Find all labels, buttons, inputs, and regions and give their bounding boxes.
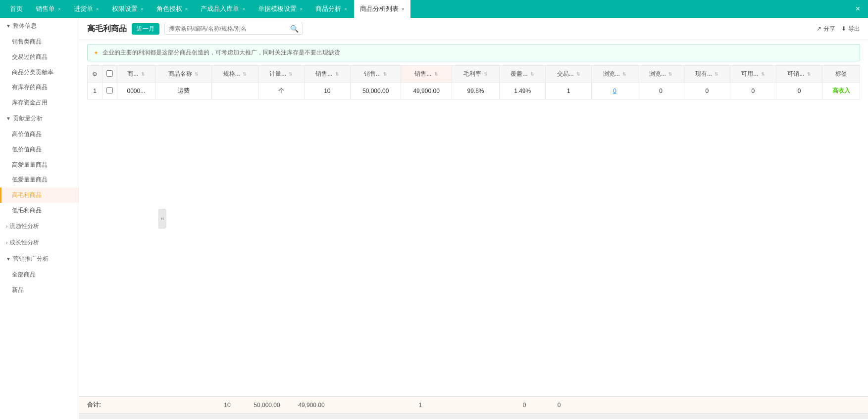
nav-home[interactable]: 首页 (4, 0, 29, 18)
col-sales-qty[interactable]: 销售... ⇅ (304, 66, 350, 83)
close-product-analysis-list[interactable]: × (402, 6, 405, 12)
settings-icon[interactable]: ⚙ (92, 71, 98, 78)
sidebar-item-high-value[interactable]: 高价值商品 (0, 127, 79, 142)
close-product-entry[interactable]: × (242, 6, 245, 12)
col-settings[interactable]: ⚙ (88, 66, 102, 83)
top-navigation: 首页 销售单 × 进货单 × 权限设置 × 角色授权 × 产成品入库单 × 单据… (0, 0, 868, 18)
sidebar-item-inventory-ratio[interactable]: 库存资金占用 (0, 95, 79, 110)
table-footer: 合计: 10 50,000.00 49,900.00 1 0 0 (79, 396, 868, 413)
close-template-settings[interactable]: × (300, 6, 303, 12)
sort-icon-sales-amount: ⇅ (383, 72, 387, 77)
close-sales-order[interactable]: × (58, 6, 61, 12)
sidebar-item-sales-goods[interactable]: 销售类商品 (0, 34, 79, 49)
sort-icon-spec: ⇅ (243, 72, 247, 77)
content-area: ‹‹ 高毛利商品 近一月 🔍 ↗ 分享 ⬇ 导出 ✦ (79, 18, 868, 419)
table-row: 1 0000... 运费 个 10 50,000.00 49,900.00 99… (88, 83, 860, 99)
row-browse1[interactable]: 0 (592, 83, 638, 99)
col-saleable[interactable]: 可销... ⇅ (776, 66, 822, 83)
search-input[interactable] (169, 25, 288, 32)
sort-icon-current-stock: ⇅ (715, 72, 718, 77)
select-all-checkbox[interactable] (106, 70, 113, 77)
arrow-growth: › (6, 240, 7, 245)
sidebar-section-wealth[interactable]: ▼ 贡献量分析 (0, 110, 79, 127)
nav-product-entry[interactable]: 产成品入库单 × (195, 0, 251, 18)
sidebar-item-high-margin[interactable]: 高毛利商品 (0, 187, 79, 203)
nav-permission-settings[interactable]: 权限设置 × (106, 0, 150, 18)
info-icon: ✦ (94, 49, 99, 56)
close-purchase-order[interactable]: × (96, 6, 99, 12)
sidebar-section-trend[interactable]: › 流趋性分析 (0, 218, 79, 234)
export-button[interactable]: ⬇ 导出 (841, 25, 860, 33)
col-unit[interactable]: 计量... ⇅ (258, 66, 304, 83)
col-gross-margin[interactable]: 毛利率 ⇅ (452, 66, 499, 83)
product-table: ⚙ 商... ⇅ 商品名称 ⇅ (87, 65, 860, 99)
col-spec[interactable]: 规格... ⇅ (212, 66, 258, 83)
nav-sales-order[interactable]: 销售单 × (30, 0, 67, 18)
sidebar-item-new-goods[interactable]: 新品 (0, 282, 79, 298)
col-sales-profit[interactable]: 销售... ⇅ (401, 66, 452, 83)
col-code[interactable]: 商... ⇅ (117, 66, 155, 83)
row-index: 1 (88, 83, 102, 99)
close-all-tabs[interactable]: × (852, 4, 864, 13)
share-icon: ↗ (817, 25, 821, 32)
sidebar-item-low-freq[interactable]: 低爱量量商品 (0, 172, 79, 187)
col-trade-count[interactable]: 交易... ⇅ (546, 66, 592, 83)
period-button[interactable]: 近一月 (132, 23, 159, 35)
sort-icon-trade-count: ⇅ (576, 72, 580, 77)
sidebar-item-low-margin[interactable]: 低毛利商品 (0, 203, 79, 218)
sort-icon-coverage: ⇅ (530, 72, 534, 77)
footer-spacer4 (438, 402, 507, 409)
footer-trade-count: 1 (403, 402, 438, 409)
col-coverage[interactable]: 覆盖... ⇅ (500, 66, 546, 83)
sidebar-item-in-stock-goods[interactable]: 有库存的商品 (0, 80, 79, 95)
row-gross-margin: 99.8% (452, 83, 499, 99)
nav-role-permission[interactable]: 角色授权 × (151, 0, 194, 18)
nav-template-settings[interactable]: 单据模板设置 × (252, 0, 308, 18)
col-sales-amount[interactable]: 销售... ⇅ (350, 66, 401, 83)
close-product-analysis[interactable]: × (344, 6, 347, 12)
col-name[interactable]: 商品名称 ⇅ (155, 66, 212, 83)
sort-icon-code: ⇅ (141, 72, 145, 77)
row-checkbox[interactable] (106, 87, 113, 93)
table-header-row: ⚙ 商... ⇅ 商品名称 ⇅ (88, 66, 860, 83)
sidebar-item-high-freq[interactable]: 高爱量量商品 (0, 157, 79, 173)
footer-sales-profit: 49,900.00 (289, 402, 334, 409)
sidebar-section-growth[interactable]: › 成长性分析 (0, 234, 79, 251)
col-available[interactable]: 可用... ⇅ (730, 66, 776, 83)
horizontal-scrollbar[interactable] (79, 413, 868, 419)
close-role-permission[interactable]: × (185, 6, 188, 12)
content-header: 高毛利商品 近一月 🔍 ↗ 分享 ⬇ 导出 (79, 18, 868, 40)
close-permission-settings[interactable]: × (141, 6, 144, 12)
col-browse1[interactable]: 浏览... ⇅ (592, 66, 638, 83)
share-button[interactable]: ↗ 分享 (817, 25, 835, 33)
col-browse2[interactable]: 浏览... ⇅ (638, 66, 684, 83)
nav-product-analysis[interactable]: 商品分析 × (309, 0, 353, 18)
row-available: 0 (730, 83, 776, 99)
sidebar-item-traded-goods[interactable]: 交易过的商品 (0, 49, 79, 65)
nav-purchase-order[interactable]: 进货单 × (68, 0, 105, 18)
arrow-marketing: ▼ (6, 256, 11, 262)
nav-product-analysis-list[interactable]: 商品分析列表 × (354, 0, 410, 18)
sidebar-toggle-button[interactable]: ‹‹ (158, 209, 166, 229)
row-coverage: 1.49% (500, 83, 546, 99)
header-actions: ↗ 分享 ⬇ 导出 (817, 25, 860, 33)
page-title: 高毛利商品 (87, 24, 127, 34)
row-sales-amount: 50,000.00 (350, 83, 401, 99)
chevron-left-icon: ‹‹ (161, 216, 164, 221)
search-icon[interactable]: 🔍 (290, 25, 299, 33)
sidebar-item-contribution-rate[interactable]: 商品分类贡献率 (0, 65, 79, 80)
sidebar-section-marketing[interactable]: ▼ 营销推广分析 (0, 251, 79, 267)
arrow-wealth: ▼ (6, 116, 11, 121)
col-current-stock[interactable]: 现有... ⇅ (684, 66, 730, 83)
sidebar-item-all-goods[interactable]: 全部商品 (0, 267, 79, 282)
sort-icon-unit: ⇅ (289, 72, 293, 77)
sidebar-item-low-value[interactable]: 低价值商品 (0, 142, 79, 157)
footer-sales-amount: 50,000.00 (245, 402, 289, 409)
sidebar-section-overall[interactable]: ▼ 整体信息 (0, 18, 79, 34)
row-name: 运费 (155, 83, 212, 99)
row-sales-profit: 49,900.00 (401, 83, 452, 99)
sort-icon-gross-margin: ⇅ (484, 72, 488, 77)
row-unit: 个 (258, 83, 304, 99)
sort-icon-available: ⇅ (761, 72, 765, 77)
col-tag[interactable]: 标签 (822, 66, 860, 83)
